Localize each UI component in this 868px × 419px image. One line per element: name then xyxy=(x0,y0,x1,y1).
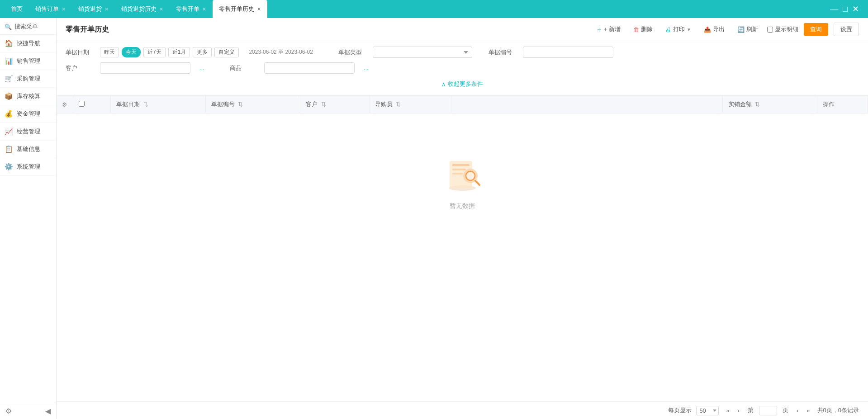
sidebar-item-inventory[interactable]: 📦 库存核算 xyxy=(0,88,56,105)
customer-more-btn[interactable]: ... xyxy=(199,65,204,71)
close-window-icon[interactable]: ✕ xyxy=(852,4,859,14)
date-buttons: 昨天 今天 近7天 近1月 更多 自定义 xyxy=(100,47,239,57)
sidebar-search[interactable]: 🔍 搜索采单 xyxy=(0,18,56,35)
sidebar-item-basic-info-label: 基础信息 xyxy=(17,145,40,153)
total-info: 共0页，0条记录 xyxy=(817,406,859,414)
show-detail-toggle[interactable]: 显示明细 xyxy=(767,25,798,33)
date-btn-last-month[interactable]: 近1月 xyxy=(168,47,190,57)
product-more-btn[interactable]: ... xyxy=(364,65,369,71)
current-page-input[interactable]: 1 xyxy=(759,406,777,415)
delete-button[interactable]: 🗑 删除 xyxy=(630,24,656,35)
sidebar-item-system-mgmt-label: 系统管理 xyxy=(17,163,40,171)
sidebar-item-system-mgmt[interactable]: ⚙️ 系统管理 xyxy=(0,158,56,176)
tab-sales-return-history[interactable]: 销货退货历史 ✕ xyxy=(115,0,170,18)
svg-rect-2 xyxy=(452,164,470,166)
doc-type-select[interactable] xyxy=(373,47,472,58)
col-customer-sort-icon[interactable]: ⇅ xyxy=(321,101,326,108)
page-label: 第 xyxy=(745,405,756,415)
col-amount-label: 实销金额 xyxy=(728,101,752,108)
settings-label: 设置 xyxy=(840,25,852,33)
date-btn-yesterday[interactable]: 昨天 xyxy=(100,47,119,57)
show-detail-checkbox[interactable] xyxy=(767,27,773,33)
sidebar-collapse-icon[interactable]: ◀ xyxy=(45,407,51,415)
sidebar-search-label: 搜索采单 xyxy=(14,23,38,31)
purchase-mgmt-icon: 🛒 xyxy=(5,75,13,83)
export-icon: 📤 xyxy=(704,26,711,33)
tab-retail-open-history[interactable]: 零售开单历史 ✕ xyxy=(213,0,267,18)
col-salesperson-sort-icon[interactable]: ⇅ xyxy=(396,101,401,108)
next-page-btn[interactable]: › xyxy=(794,406,801,415)
prev-page-btn[interactable]: ‹ xyxy=(735,406,742,415)
col-date-sort-icon[interactable]: ⇅ xyxy=(143,101,148,108)
settings-button[interactable]: 设置 xyxy=(834,23,859,36)
date-btn-today[interactable]: 今天 xyxy=(122,47,141,57)
sidebar-item-operations[interactable]: 📈 经营管理 xyxy=(0,123,56,141)
add-icon: ＋ xyxy=(596,25,602,33)
product-filter-label: 商品 xyxy=(230,64,257,72)
minimize-icon[interactable]: — xyxy=(830,5,838,14)
tab-home[interactable]: 首页 xyxy=(5,0,29,18)
table-area: ⚙ 单据日期 ⇅ 单据编号 ⇅ 客户 ⇅ xyxy=(57,96,868,401)
filter-area: 单据日期 昨天 今天 近7天 近1月 更多 自定义 2023-06-02 至 2… xyxy=(57,41,868,96)
delete-icon: 🗑 xyxy=(633,26,639,33)
collapse-button[interactable]: ∧ 收起更多条件 xyxy=(66,78,859,90)
sidebar-item-quick-nav[interactable]: 🏠 快捷导航 xyxy=(0,35,56,52)
page-suffix: 页 xyxy=(780,405,791,415)
tab-sales-return-close[interactable]: ✕ xyxy=(104,6,109,12)
print-button[interactable]: 🖨 打印 ▼ xyxy=(662,24,695,35)
refresh-button[interactable]: 🔄 刷新 xyxy=(734,24,762,35)
date-btn-custom[interactable]: 自定义 xyxy=(214,47,239,57)
tab-retail-open[interactable]: 零售开单 ✕ xyxy=(170,0,213,18)
tab-retail-open-close[interactable]: ✕ xyxy=(202,6,206,12)
content-area: 零售开单历史 ＋ + 新增 🗑 删除 🖨 打印 ▼ 📤 导出 xyxy=(57,18,868,419)
per-page-select[interactable]: 20 50 100 200 xyxy=(696,406,719,415)
doc-number-input[interactable] xyxy=(523,47,613,58)
maximize-icon[interactable]: □ xyxy=(843,5,848,14)
sidebar-item-finance[interactable]: 💰 资金管理 xyxy=(0,105,56,123)
empty-state: 暂无数据 xyxy=(57,113,868,246)
tab-sales-return-history-label: 销货退货历史 xyxy=(121,5,157,13)
sidebar-item-sales-mgmt[interactable]: 📊 销售管理 xyxy=(0,52,56,70)
tab-sales-order-close[interactable]: ✕ xyxy=(62,6,66,12)
inventory-icon: 📦 xyxy=(5,92,13,100)
date-btn-more[interactable]: 更多 xyxy=(193,47,212,57)
tab-sales-order[interactable]: 销售订单 ✕ xyxy=(29,0,72,18)
empty-state-text: 暂无数据 xyxy=(450,202,475,210)
add-button[interactable]: ＋ + 新增 xyxy=(593,24,624,35)
sidebar-item-purchase-mgmt[interactable]: 🛒 采购管理 xyxy=(0,70,56,88)
col-number: 单据编号 ⇅ xyxy=(205,96,300,113)
tab-retail-open-history-close[interactable]: ✕ xyxy=(257,6,261,12)
top-nav-bar: 首页 销售订单 ✕ 销货退货 ✕ 销货退货历史 ✕ 零售开单 ✕ 零售开单历史 … xyxy=(0,0,868,18)
filter-row-2: 客户 ... 商品 ... xyxy=(66,62,859,74)
first-page-btn[interactable]: « xyxy=(723,406,732,415)
delete-label: 删除 xyxy=(641,25,653,33)
tab-sales-return[interactable]: 销货退货 ✕ xyxy=(72,0,115,18)
filter-row-1: 单据日期 昨天 今天 近7天 近1月 更多 自定义 2023-06-02 至 2… xyxy=(66,47,859,58)
query-label: 查询 xyxy=(810,25,822,33)
customer-input[interactable] xyxy=(100,62,190,74)
product-input[interactable] xyxy=(264,62,355,74)
query-button[interactable]: 查询 xyxy=(804,23,828,36)
table-settings-col[interactable]: ⚙ xyxy=(57,96,73,113)
page-header: 零售开单历史 ＋ + 新增 🗑 删除 🖨 打印 ▼ 📤 导出 xyxy=(57,18,868,41)
tab-sales-order-label: 销售订单 xyxy=(35,5,59,13)
sidebar-settings-icon[interactable]: ⚙ xyxy=(5,407,12,415)
sidebar-item-basic-info[interactable]: 📋 基础信息 xyxy=(0,141,56,158)
col-checkbox xyxy=(73,96,111,113)
refresh-icon: 🔄 xyxy=(737,26,745,33)
col-amount-sort-icon[interactable]: ⇅ xyxy=(755,101,760,108)
date-btn-last7[interactable]: 近7天 xyxy=(143,47,166,57)
sidebar-item-operations-label: 经营管理 xyxy=(17,127,40,136)
page-navigation: « ‹ 第 1 页 › » xyxy=(723,405,812,415)
sidebar-item-purchase-mgmt-label: 采购管理 xyxy=(17,75,40,83)
empty-state-row: 暂无数据 xyxy=(57,113,868,247)
col-number-label: 单据编号 xyxy=(211,101,235,108)
select-all-checkbox[interactable] xyxy=(79,101,85,107)
sidebar-item-quick-nav-label: 快捷导航 xyxy=(17,39,40,47)
export-button[interactable]: 📤 导出 xyxy=(700,24,728,35)
last-page-btn[interactable]: » xyxy=(804,406,812,415)
date-range-display: 2023-06-02 至 2023-06-02 xyxy=(249,48,313,56)
print-icon: 🖨 xyxy=(665,26,671,33)
tab-sales-return-history-close[interactable]: ✕ xyxy=(159,6,163,12)
col-number-sort-icon[interactable]: ⇅ xyxy=(238,101,243,108)
